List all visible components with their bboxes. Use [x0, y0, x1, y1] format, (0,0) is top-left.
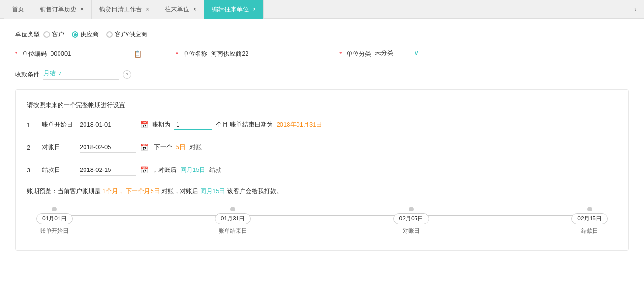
unit-category-group: * 单位分类 未分类 ∨ — [339, 49, 432, 59]
unit-category-value: 未分类 — [375, 49, 393, 57]
timeline-dot-4 — [587, 207, 592, 211]
preview-part3: 对账，对账后 — [161, 187, 198, 194]
row-value-1: 📅 账期为 个月,账单结束日期为 2018年01月31日 — [80, 119, 322, 130]
data-row-1: 1 账单开始日 📅 账期为 个月,账单结束日期为 2018年01月31日 — [27, 119, 617, 130]
timeline-wrapper: 01月01日 账单开始日 01月31日 账单结束日 02月05日 对账日 02月… — [27, 207, 617, 235]
period-months-input[interactable] — [174, 120, 212, 130]
timeline-label-3: 对账日 — [403, 227, 420, 235]
radio-supplier[interactable]: 供应商 — [72, 30, 99, 39]
period-end-date: 2018年01月31日 — [277, 120, 322, 129]
unit-code-label: 单位编码 — [22, 50, 47, 58]
payment-prefix: ，对账后 — [152, 166, 177, 174]
timeline-badge-4: 02月15日 — [571, 213, 608, 224]
payment-suffix: 结款 — [209, 166, 221, 174]
timeline-label-1: 账单开始日 — [40, 227, 68, 235]
payment-highlight: 同月15日 — [180, 166, 205, 174]
unit-category-star: * — [339, 51, 342, 58]
row-value-3: 📅 ，对账后 同月15日 结款 — [80, 164, 221, 176]
unit-type-group: 单位类型 客户 供应商 客户/供应商 — [15, 30, 147, 39]
row-value-2: 📅 ,下一个 5日 对账 — [80, 142, 202, 153]
row-field-2: 对账日 — [42, 143, 80, 152]
timeline-dot-2 — [230, 207, 235, 211]
timeline-point-1: 01月01日 账单开始日 — [36, 207, 73, 235]
close-cashier[interactable]: × — [146, 6, 149, 13]
unit-code-group: * 单位编码 📋 — [15, 48, 142, 59]
timeline-badge-1: 01月01日 — [36, 213, 73, 224]
unit-name-input[interactable] — [211, 48, 305, 59]
unit-name-label: 单位名称 — [183, 50, 207, 58]
start-date-calendar[interactable]: 📅 — [140, 121, 148, 128]
row-field-3: 结款日 — [42, 166, 80, 174]
period-unit: 个月,账单结束日期为 — [216, 120, 273, 129]
radio-customer-circle — [43, 31, 50, 38]
timeline-dot-1 — [52, 207, 57, 211]
row-num-2: 2 — [27, 144, 42, 151]
timeline-badge-3: 02月05日 — [393, 213, 430, 224]
unit-type-row: 单位类型 客户 供应商 客户/供应商 — [15, 30, 629, 39]
unit-code-star: * — [15, 51, 17, 58]
preview-part2: 下一个月5日 — [126, 187, 160, 194]
data-row-2: 2 对账日 📅 ,下一个 5日 对账 — [27, 142, 617, 153]
preview-part1: 1个月， — [102, 187, 124, 194]
unit-type-label: 单位类型 — [15, 30, 40, 39]
unit-name-group: * 单位名称 — [176, 48, 305, 59]
close-edit-partner[interactable]: × — [253, 6, 256, 13]
timeline-points: 01月01日 账单开始日 01月31日 账单结束日 02月05日 对账日 02月… — [36, 207, 608, 235]
row-num-3: 3 — [27, 167, 42, 174]
preview-part5: 该客户会给我打款。 — [227, 187, 282, 194]
row-num-1: 1 — [27, 121, 42, 128]
preview-text: 账期预览：当前客户账期是 1个月， 下一个月5日 对账，对账后 同月15日 该客… — [27, 187, 617, 195]
tab-bar: 首页 销售订单历史 × 钱货日清工作台 × 往来单位 × 编辑往来单位 × › — [0, 0, 644, 19]
main-content: 单位类型 客户 供应商 客户/供应商 * 单位编码 — [0, 19, 644, 287]
unit-category-dropdown[interactable]: 未分类 ∨ — [375, 49, 432, 59]
unit-code-input[interactable] — [51, 48, 130, 59]
tab-cashier[interactable]: 钱货日清工作台 × — [92, 0, 157, 19]
timeline-point-4: 02月15日 结款日 — [571, 207, 608, 235]
reconcile-prefix: ,下一个 — [152, 143, 172, 152]
tab-home[interactable]: 首页 — [4, 0, 32, 19]
timeline-label-4: 结款日 — [581, 227, 598, 235]
close-sales-history[interactable]: × — [80, 6, 84, 13]
tab-edit-partner[interactable]: 编辑往来单位 × — [204, 0, 264, 19]
payment-date-input[interactable] — [80, 164, 136, 176]
start-date-input[interactable] — [80, 119, 136, 130]
timeline-point-3: 02月05日 对账日 — [393, 207, 430, 235]
timeline-label-2: 账单结束日 — [219, 227, 247, 235]
payment-date-calendar[interactable]: 📅 — [140, 166, 148, 174]
data-row-3: 3 结款日 📅 ，对账后 同月15日 结款 — [27, 164, 617, 176]
box-title: 请按照未来的一个完整帐期进行设置 — [27, 101, 617, 110]
payment-dropdown[interactable]: 月结 ∨ — [43, 69, 119, 80]
reconcile-date-calendar[interactable]: 📅 — [140, 144, 148, 151]
reconcile-suffix: 对账 — [189, 143, 202, 152]
payment-group: 收款条件 月结 ∨ ? — [15, 69, 131, 80]
close-partner[interactable]: × — [193, 6, 196, 13]
tab-more-button[interactable]: › — [630, 6, 640, 13]
payment-help-icon[interactable]: ? — [123, 70, 131, 79]
reconcile-date-input[interactable] — [80, 142, 136, 153]
radio-supplier-circle — [72, 31, 78, 38]
tab-partner[interactable]: 往来单位 × — [157, 0, 204, 19]
unit-category-arrow: ∨ — [414, 49, 419, 57]
unit-name-star: * — [176, 51, 178, 58]
payment-dropdown-arrow: ∨ — [58, 70, 62, 76]
tab-sales-history[interactable]: 销售订单历史 × — [32, 0, 92, 19]
radio-customer[interactable]: 客户 — [43, 30, 64, 39]
unit-code-calendar-icon[interactable]: 📋 — [134, 50, 142, 58]
payment-row: 收款条件 月结 ∨ ? — [15, 69, 629, 80]
radio-both[interactable]: 客户/供应商 — [106, 30, 147, 39]
settings-box: 请按照未来的一个完整帐期进行设置 1 账单开始日 📅 账期为 个月,账单结束日期… — [15, 89, 629, 251]
payment-label: 收款条件 — [15, 70, 40, 79]
row-field-1: 账单开始日 — [42, 120, 80, 129]
timeline-point-2: 01月31日 账单结束日 — [215, 207, 251, 235]
unit-info-row: * 单位编码 📋 * 单位名称 * 单位分类 未分类 ∨ — [15, 48, 629, 59]
preview-part4: 同月15日 — [200, 187, 225, 194]
reconcile-highlight: 5日 — [176, 143, 186, 152]
radio-group: 客户 供应商 客户/供应商 — [43, 30, 147, 39]
radio-both-circle — [106, 31, 113, 38]
period-label: 账期为 — [152, 120, 170, 129]
timeline-dot-3 — [409, 207, 414, 211]
timeline-badge-2: 01月31日 — [215, 213, 251, 224]
unit-category-label: 单位分类 — [347, 50, 371, 58]
payment-value: 月结 — [43, 69, 56, 77]
